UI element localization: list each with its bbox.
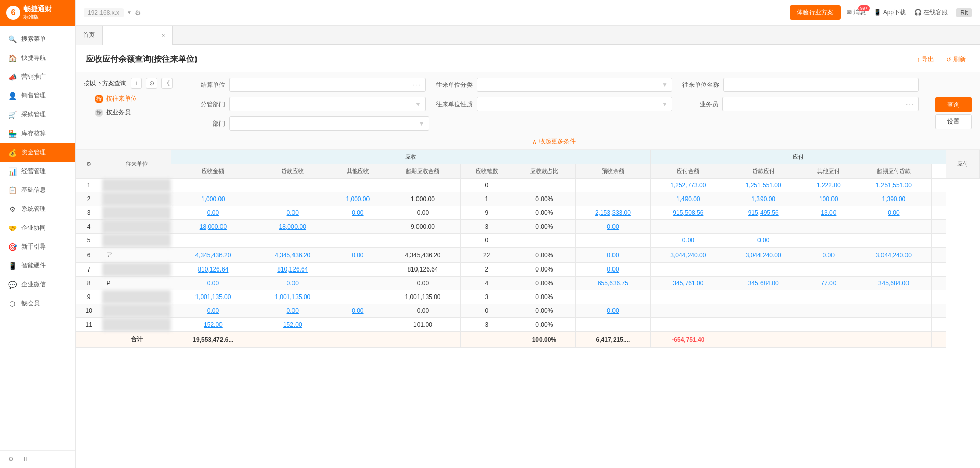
scheme-collapse-button[interactable]: 《 <box>161 78 173 89</box>
export-icon: ↑ <box>917 56 920 63</box>
sidebar-item-inventory[interactable]: 🏪 库存核算 <box>0 124 75 143</box>
sidebar-item-system[interactable]: ⚙ 系统管理 <box>0 200 75 218</box>
tab-query[interactable]: 应收应付余额查询 × <box>103 26 173 45</box>
sidebar-label-member: 畅会员 <box>21 299 40 308</box>
query-buttons: 查询 设置 <box>927 78 980 149</box>
department-input[interactable]: ▼ <box>229 116 429 131</box>
unit-name-input[interactable] <box>723 78 919 92</box>
filter-row-2: 分管部门 ▼ 往来单位性质 ▼ 业务员 <box>189 97 919 111</box>
unit-category-input[interactable]: ▼ <box>477 78 672 92</box>
online-service-link[interactable]: 🎧 在线客服 <box>914 8 948 17</box>
query-tab-label: 应收应付余额查询 <box>110 31 159 39</box>
dept-manage-chevron: ▼ <box>415 101 421 108</box>
settlement-unit-dots: ··· <box>413 81 421 88</box>
sidebar-label-wechat: 企业微信 <box>21 280 46 289</box>
table-row: 7810,126.64810,126.64810,126.6420.00%0.0… <box>76 263 980 277</box>
col-ap-loan: 贷款应付 <box>726 164 801 179</box>
tab-close-icon[interactable]: × <box>162 32 165 38</box>
page-content: 应收应付余额查询(按往来单位) ↑ 导出 ↺ 刷新 按以下方案查询 + ⊙ <box>76 45 980 468</box>
filter-unit-category: 往来单位分类 ▼ <box>436 78 672 92</box>
query-button[interactable]: 查询 <box>935 97 972 112</box>
sidebar-item-finance[interactable]: 💰 资金管理 <box>0 143 75 162</box>
sidebar: 6 畅捷通财 标准版 🔍 搜索菜单 🏠 快捷导航 📣 营销推广 👤 销售管理 🛒… <box>0 0 76 468</box>
sidebar-label-purchase: 采购管理 <box>21 110 46 119</box>
app-download-link[interactable]: 📱 App下载 <box>874 8 906 17</box>
home-tab-label: 首页 <box>83 31 95 39</box>
collapse-label: 收起更多条件 <box>539 137 576 146</box>
header-dropdown-icon[interactable]: ▼ <box>127 10 132 15</box>
filter-settlement-unit: 结算单位 ··· <box>189 78 426 92</box>
set-button[interactable]: 设置 <box>935 114 972 129</box>
filter-row-3: 部门 ▼ <box>189 116 919 131</box>
guide-icon: 🎯 <box>8 243 16 251</box>
sidebar-label-inventory: 库存核算 <box>21 129 46 138</box>
department-chevron: ▼ <box>419 120 425 127</box>
sidebar-item-marketing[interactable]: 📣 营销推广 <box>0 67 75 86</box>
table-row: 21,000.001,000.001,000.0010.00%1,490.001… <box>76 192 980 206</box>
sidebar-item-wechat[interactable]: 💬 企业微信 <box>0 275 75 294</box>
sidebar-label-quick-nav: 快捷导航 <box>21 54 46 62</box>
add-scheme-button[interactable]: + <box>131 78 142 89</box>
top-header: 192.168.x.x ▼ ⚙ 体验行业方案 ✉ 消息 99+ 📱 App下载 … <box>76 0 980 26</box>
salesperson-input[interactable]: ··· <box>722 97 919 111</box>
sidebar-logo: 6 畅捷通财 标准版 <box>0 0 75 26</box>
search-panel: 按以下方案查询 + ⊙ 《 按 按往来单位 按 按业务员 <box>76 72 980 150</box>
dept-manage-input[interactable]: ▼ <box>229 97 426 111</box>
notify-button[interactable]: ✉ 消息 99+ <box>847 8 866 17</box>
filter-salesperson: 业务员 ··· <box>682 97 919 111</box>
sidebar-item-basic[interactable]: 📋 基础信息 <box>0 181 75 200</box>
sidebar-item-search[interactable]: 🔍 搜索菜单 <box>0 30 75 48</box>
sidebar-item-member[interactable]: ⬡ 畅会员 <box>0 294 75 313</box>
table-row: 418,000.0018,000.009,000.0030.00%0.00 <box>76 220 980 234</box>
scheme-by-staff-icon: 按 <box>95 109 103 117</box>
basic-icon: 📋 <box>8 186 16 194</box>
sidebar-label-smart-hw: 智能硬件 <box>21 261 46 270</box>
scheme-settings-button[interactable]: ⊙ <box>146 78 157 89</box>
solution-button[interactable]: 体验行业方案 <box>790 5 841 20</box>
col-ar-other: 其他应收 <box>330 164 385 179</box>
filter-panel: 结算单位 ··· 往来单位分类 ▼ 往来单位 <box>181 78 927 149</box>
sidebar-label-finance: 资金管理 <box>21 148 46 157</box>
main-content: 首页 应收应付余额查询 × 应收应付余额查询(按往来单位) ↑ 导出 ↺ 刷新 <box>76 26 980 468</box>
table-container: ⚙ 往来单位 应收 应付 应付 应收金额 贷款应收 其他应收 超期应收金额 应收… <box>76 150 980 348</box>
export-button[interactable]: ↑ 导出 <box>913 53 938 66</box>
scheme-by-unit[interactable]: 按 按往来单位 <box>92 93 173 105</box>
sidebar-item-enterprise[interactable]: 🤝 企业协同 <box>0 218 75 237</box>
user-name: Rit <box>956 8 972 17</box>
collapse-conditions[interactable]: ∧ 收起更多条件 <box>189 134 919 149</box>
filter-department: 部门 ▼ <box>189 116 429 131</box>
sidebar-item-sales[interactable]: 👤 销售管理 <box>0 86 75 105</box>
collapse-icon: ∧ <box>532 138 537 145</box>
sidebar-item-purchase[interactable]: 🛒 采购管理 <box>0 105 75 124</box>
sidebar-footer: ⚙ ⏸ <box>0 450 75 468</box>
notify-badge: 99+ <box>858 5 870 11</box>
sidebar-item-guide[interactable]: 🎯 新手引导 <box>0 237 75 256</box>
scheme-by-staff[interactable]: 按 按业务员 <box>92 107 173 118</box>
refresh-button[interactable]: ↺ 刷新 <box>942 53 970 66</box>
sidebar-label-enterprise: 企业协同 <box>21 224 46 232</box>
col-ap-other: 其他应付 <box>801 164 856 179</box>
scheme-list: 按 按往来单位 按 按业务员 <box>92 93 173 118</box>
sidebar-item-smart-hw[interactable]: 📱 智能硬件 <box>0 256 75 275</box>
wechat-icon: 💬 <box>8 281 16 289</box>
sidebar-nav: 🔍 搜索菜单 🏠 快捷导航 📣 营销推广 👤 销售管理 🛒 采购管理 🏪 库存核… <box>0 26 75 450</box>
salesperson-label: 业务员 <box>682 100 718 109</box>
refresh-icon: ↺ <box>946 56 951 63</box>
filter-unit-nature: 往来单位性质 ▼ <box>436 97 672 111</box>
unit-nature-input[interactable]: ▼ <box>477 97 672 111</box>
table-row: 8P0.000.000.0040.00%655,636.75345,761.00… <box>76 277 980 290</box>
sidebar-collapse-icon[interactable]: ⏸ <box>22 456 28 463</box>
smart-hw-icon: 📱 <box>8 262 16 270</box>
tab-home[interactable]: 首页 <box>76 26 103 45</box>
sidebar-settings-icon[interactable]: ⚙ <box>8 456 14 463</box>
table-row: 100.000.000.000.0000.00%0.00 <box>76 304 980 318</box>
sidebar-item-quick-nav[interactable]: 🏠 快捷导航 <box>0 48 75 67</box>
sidebar-label-system: 系统管理 <box>21 205 46 213</box>
notify-icon: ✉ <box>847 9 852 16</box>
sidebar-label-marketing: 营销推广 <box>21 72 46 81</box>
sidebar-item-operation[interactable]: 📊 经营管理 <box>0 162 75 181</box>
col-gear[interactable]: ⚙ <box>76 150 102 179</box>
settlement-unit-input[interactable]: ··· <box>229 78 426 92</box>
header-gear-icon[interactable]: ⚙ <box>135 9 141 17</box>
table-row: 6ア4,345,436.204,345,436.200.004,345,436.… <box>76 248 980 263</box>
